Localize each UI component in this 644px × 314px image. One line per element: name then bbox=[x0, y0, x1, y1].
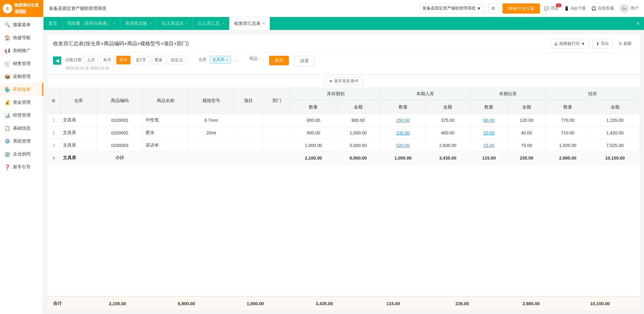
sidebar-item-system[interactable]: ⚙️ 系统管理 bbox=[0, 135, 43, 148]
date-7days-button[interactable]: 近7天 bbox=[133, 56, 149, 64]
tab-home[interactable]: 首页 bbox=[44, 17, 62, 30]
cell-in-qty[interactable]: 520.00 bbox=[381, 139, 426, 152]
header-actions: 💬 消息 6 📱 App下载 🎧 在线客服 Ea 用户 bbox=[544, 4, 639, 13]
system-select[interactable]: 装备及固定资产辅助管理系统 ▼ bbox=[419, 4, 484, 13]
tab-label: 现存量（库存分布表） bbox=[67, 20, 111, 27]
user-button[interactable]: Ea 用户 bbox=[620, 4, 639, 13]
sidebar-item-finance[interactable]: 💰 资金管理 bbox=[0, 96, 43, 109]
th-closing-group: 结存 bbox=[545, 87, 640, 101]
cell-close-qty: 1,505.00 bbox=[545, 139, 590, 152]
tab-recv-send[interactable]: 收发存汇总表× bbox=[229, 17, 270, 30]
cell-project bbox=[234, 139, 263, 152]
cell-in-qty[interactable]: 230.00 bbox=[381, 127, 426, 139]
date-more-button[interactable]: 更多 bbox=[151, 56, 166, 64]
tab-close-icon[interactable]: × bbox=[263, 21, 265, 26]
table-settings-icon[interactable]: ⚙ bbox=[51, 98, 56, 103]
sidebar-item-base-info[interactable]: 📋 基础信息 bbox=[0, 122, 43, 135]
sidebar-item-label: 搜索菜单 bbox=[13, 22, 31, 28]
cell-out-amt: 75.00 bbox=[508, 139, 546, 152]
total-in-amt: 3,435.00 bbox=[290, 301, 359, 306]
warehouse-more-button[interactable]: ... bbox=[234, 57, 237, 62]
print-icon: 🖨 bbox=[554, 42, 558, 46]
trial-button[interactable]: 体验行业方案 bbox=[502, 3, 540, 14]
sales-icon: 🛒 bbox=[4, 61, 10, 67]
cell-close-amt: 10,100.00 bbox=[590, 152, 640, 164]
date-filter-group: 记账日期 上月 本月 本年 近7天 更多 自定义 2023-01-01 至 20… bbox=[65, 56, 186, 71]
tab-close-icon[interactable]: × bbox=[186, 21, 188, 26]
message-button[interactable]: 💬 消息 6 bbox=[544, 5, 559, 11]
data-table: ⚙ 仓库 商品编码 商品名称 规格型号 项目 部门 库存期初 本期入库 本期出库… bbox=[48, 87, 640, 164]
warehouse-tag-remove-button[interactable]: × bbox=[226, 58, 228, 62]
cell-spec: 0.7mm bbox=[188, 114, 234, 127]
tab-stock-dist[interactable]: 现存量（库存分布表）× bbox=[62, 17, 120, 30]
search-icon: 🔍 bbox=[4, 22, 10, 28]
cell-name: 中性笔 bbox=[143, 114, 188, 127]
app-download-button[interactable]: 📱 App下载 bbox=[564, 5, 586, 11]
total-close-amt: 10,100.00 bbox=[565, 301, 634, 306]
date-this-month-button[interactable]: 本月 bbox=[100, 56, 114, 64]
tab-close-icon[interactable]: × bbox=[149, 21, 151, 26]
sidebar-item-quick-nav[interactable]: 🏠 快捷导航 bbox=[0, 31, 43, 44]
bottom-total-bar: 合计 2,100.00 6,900.00 1,000.00 3,435.00 1… bbox=[48, 296, 640, 310]
th-settings: ⚙ bbox=[48, 87, 60, 114]
search-button[interactable]: 查询 bbox=[269, 56, 289, 65]
sidebar-item-enterprise[interactable]: 🏢 企业协同 bbox=[0, 148, 43, 161]
filter-bar: ◀ 记账日期 上月 本月 本年 近7天 更多 自定义 2023-01-01 至 … bbox=[48, 52, 640, 75]
total-out-amt: 235.00 bbox=[428, 301, 497, 306]
cell-out-amt: 120.00 bbox=[508, 114, 546, 127]
quick-nav-icon: 🏠 bbox=[4, 35, 10, 41]
sidebar-item-search[interactable]: 🔍 搜索菜单 bbox=[0, 18, 43, 31]
cell-out-qty[interactable]: 80.00 bbox=[470, 114, 508, 127]
date-this-year-button[interactable]: 本年 bbox=[116, 56, 131, 64]
tab-batch[interactable]: 库存批次账× bbox=[120, 17, 156, 30]
cell-close-qty: 770.00 bbox=[545, 114, 590, 127]
th-open-qty: 数量 bbox=[291, 101, 336, 114]
cell-project bbox=[234, 114, 263, 127]
th-out-group: 本期出库 bbox=[470, 87, 545, 101]
data-table-container: ⚙ 仓库 商品编码 商品名称 规格型号 项目 部门 库存期初 本期入库 本期出库… bbox=[48, 87, 640, 296]
settings-gear-button[interactable]: ⚙ bbox=[488, 3, 498, 14]
total-values: 2,100.00 6,900.00 1,000.00 3,435.00 115.… bbox=[83, 301, 634, 306]
main-area: 装备及固定资产辅助管理系统 装备及固定资产辅助管理系统 ▼ ⚙ 体验行业方案 💬… bbox=[44, 0, 644, 314]
sidebar-item-operation[interactable]: 📊 经营管理 bbox=[0, 109, 43, 122]
th-out-qty: 数量 bbox=[470, 101, 508, 114]
sidebar-item-inventory[interactable]: 🏪 库存核算 bbox=[0, 83, 43, 96]
date-buttons-row: 记账日期 上月 本月 本年 近7天 更多 自定义 bbox=[65, 56, 186, 64]
cell-out-qty[interactable]: 15.00 bbox=[470, 139, 508, 152]
tab-close-icon[interactable]: × bbox=[222, 21, 224, 26]
online-service-button[interactable]: 🎧 在线客服 bbox=[591, 5, 614, 11]
tab-label: 收发存汇总表 bbox=[234, 20, 261, 27]
refresh-button[interactable]: ↻ 刷新 bbox=[616, 39, 634, 48]
cell-open-amt: 5,000.00 bbox=[336, 139, 381, 152]
cell-spec bbox=[188, 139, 234, 152]
date-custom-button[interactable]: 自定义 bbox=[168, 56, 186, 64]
total-open-qty: 2,100.00 bbox=[83, 301, 152, 306]
total-open-amt: 6,900.00 bbox=[152, 301, 221, 306]
filter-setting-button[interactable]: 设置 bbox=[294, 56, 315, 66]
total-close-qty: 2,985.00 bbox=[497, 301, 566, 306]
product-more-button[interactable]: ... bbox=[260, 56, 264, 61]
export-button[interactable]: ⬆ 导出 bbox=[592, 39, 613, 49]
sidebar-item-sales[interactable]: 🛒 销售管理 bbox=[0, 57, 43, 70]
purchase-icon: 📦 bbox=[4, 73, 10, 80]
sidebar-item-guide[interactable]: ❓ 新手引导 bbox=[0, 161, 43, 173]
tab-close-icon[interactable]: × bbox=[113, 21, 115, 26]
product-filter-label: 商品 bbox=[249, 56, 258, 62]
page-actions: 🖨 按模板打印 ▼ ⬆ 导出 ↻ 刷新 bbox=[550, 39, 634, 49]
expand-more-button[interactable]: ▼ 展开更多条件 bbox=[325, 77, 363, 85]
sidebar-item-label: 基础信息 bbox=[13, 125, 31, 131]
filter-toggle-button[interactable]: ◀ bbox=[53, 56, 61, 65]
tab-inout-flow[interactable]: 出入库流水× bbox=[157, 17, 193, 30]
close-all-button[interactable]: × bbox=[632, 20, 644, 27]
app-logo: 6 畅捷通好生意 标准版 bbox=[0, 0, 43, 17]
print-button[interactable]: 🖨 按模板打印 ▼ bbox=[550, 39, 589, 49]
cell-out-amt: 40.00 bbox=[508, 127, 546, 139]
sidebar-item-marketing[interactable]: 📢 营销推广 bbox=[0, 44, 43, 57]
sidebar-item-purchase[interactable]: 📦 采购管理 bbox=[0, 70, 43, 83]
sidebar-item-label: 快捷导航 bbox=[13, 35, 31, 41]
cell-in-qty[interactable]: 250.00 bbox=[381, 114, 426, 127]
tab-inout-summary[interactable]: 出入库汇总× bbox=[193, 17, 229, 30]
date-prev-month-button[interactable]: 上月 bbox=[84, 56, 98, 64]
cell-out-qty[interactable]: 20.00 bbox=[470, 127, 508, 139]
total-out-qty: 115.00 bbox=[359, 301, 428, 306]
